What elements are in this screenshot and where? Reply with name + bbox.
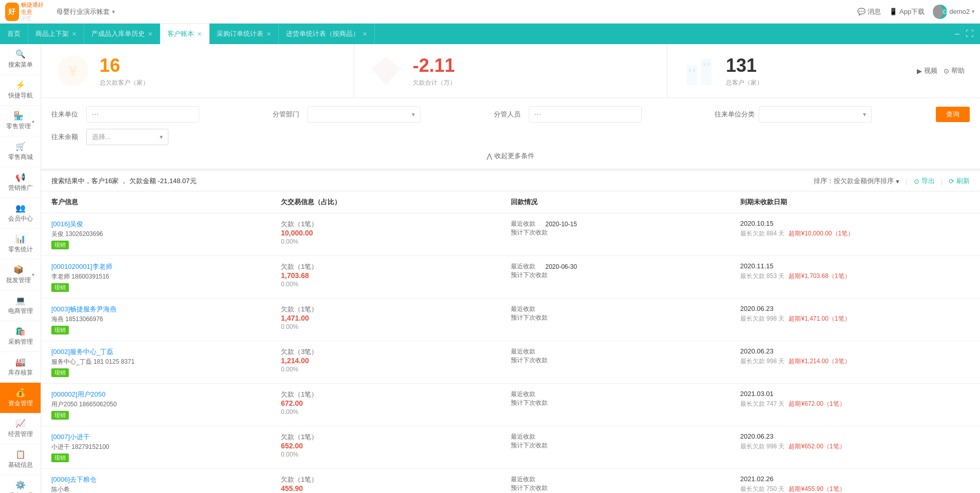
customer-phone-5: 小进干 18279152100	[51, 443, 281, 451]
sidebar-item-retail-stats[interactable]: 📊 零售统计	[0, 229, 41, 260]
overdue-link-4[interactable]: 超期¥672.00（1笔）	[789, 400, 845, 408]
tab-purchase-order[interactable]: 采购订单统计表 ✕	[209, 24, 279, 44]
overdue-link-1[interactable]: 超期¥1,703.68（1笔）	[789, 272, 850, 281]
sidebar-item-quick-nav[interactable]: ⚡ 快捷导航	[0, 75, 41, 106]
tab-minimize-btn[interactable]: –	[953, 27, 962, 41]
customer-info-1: [0001020001]李老师 李老师 18600391516 现销	[51, 262, 281, 292]
overdue-link-5[interactable]: 超期¥652.00（1笔）	[789, 442, 845, 451]
stat-icon-diamond	[370, 54, 402, 87]
customer-name-6[interactable]: [0006]去下粮仓	[51, 475, 281, 484]
customer-name-3[interactable]: [0002]服务中心_丁磊	[51, 347, 281, 357]
sidebar-item-basic-info[interactable]: 📋 基础信息	[0, 444, 41, 475]
store-name: 母婴行业演示账套	[56, 7, 110, 16]
sort-selector[interactable]: 排序：按欠款金额倒序排序 ▾	[814, 176, 899, 186]
table-row: [0001020001]李老师 李老师 18600391516 现销 欠款（1笔…	[41, 256, 980, 299]
sidebar-item-purchase[interactable]: 🛍️ 采购管理	[0, 321, 41, 352]
tab-purchase-stats[interactable]: 进货单统计表（按商品） ✕	[279, 24, 375, 44]
col-header-recovery: 回款情况	[511, 198, 740, 207]
tab-maximize-btn[interactable]: ⛶	[964, 27, 976, 41]
sidebar-item-ecommerce[interactable]: 💻 电商管理	[0, 290, 41, 321]
stats-row: ¥ 16 总欠款客户（家）	[41, 44, 980, 98]
debt-info-5: 欠款（1笔） 652.00 0.00%	[281, 432, 510, 458]
search-btn[interactable]: 查询	[936, 107, 970, 122]
balance-select[interactable]: 选择... ▾	[86, 129, 168, 145]
total-customer-label: 总客户（家）	[726, 78, 763, 87]
overdue-customer-label: 总欠款客户（家）	[100, 78, 149, 87]
svg-rect-3	[687, 65, 697, 85]
debt-count-2: 欠款（1笔）	[281, 305, 510, 314]
debt-count-4: 欠款（1笔）	[281, 390, 510, 399]
sidebar-item-retail-store[interactable]: 🛒 零售商城	[0, 136, 41, 167]
debt-amount-3: 1,214.00	[281, 357, 510, 365]
overdue-link-3[interactable]: 超期¥1,214.00（3笔）	[789, 357, 850, 366]
help-btn[interactable]: ⊙ 帮助	[944, 66, 965, 75]
debt-info-1: 欠款（1笔） 1,703.68 0.00%	[281, 262, 510, 288]
overdue-link-0[interactable]: 超期¥10,000.00（1笔）	[789, 229, 854, 238]
sidebar-item-retail-mgmt[interactable]: 🏪 零售管理 ▴	[0, 106, 41, 136]
overdue-link-2[interactable]: 超期¥1,471.00（1笔）	[789, 314, 850, 323]
stat-info-overdue: 16 总欠款客户（家）	[100, 55, 149, 87]
app-download-btn[interactable]: 📱 App下载	[889, 7, 925, 16]
sidebar-item-marketing[interactable]: 📢 营销推广	[0, 167, 41, 198]
sidebar-item-system[interactable]: ⚙️ 系统管理	[0, 475, 41, 493]
sidebar-item-business[interactable]: 📈 经营管理	[0, 413, 41, 444]
retail-mgmt-arrow: ▴	[32, 118, 34, 124]
quick-nav-icon: ⚡	[15, 80, 26, 90]
sidebar-item-finance[interactable]: 💰 资金管理	[0, 383, 41, 413]
sidebar-item-search[interactable]: 🔍 搜索菜单	[0, 44, 41, 75]
col-header-debt: 欠交易信息（占比）	[281, 198, 510, 207]
tab-close-purchase-stats[interactable]: ✕	[362, 31, 367, 37]
stat-overdue-customers: ¥ 16 总欠款客户（家）	[41, 44, 354, 97]
debt-amount-2: 1,471.00	[281, 314, 510, 322]
overdue-link-6[interactable]: 超期¥455.90（1笔）	[789, 485, 845, 493]
due-info-0: 2020.10.15 最长欠款 884 天 超期¥10,000.00（1笔）	[740, 220, 970, 238]
debt-info-4: 欠款（1笔） 672.00 0.00%	[281, 390, 510, 416]
balance-label: 往来余额	[51, 132, 82, 142]
sidebar-item-batch-mgmt[interactable]: 📦 批发管理 ▾	[0, 260, 41, 290]
dept-select[interactable]: ▾	[308, 106, 420, 123]
refresh-btn[interactable]: ⟳ 刷新	[949, 176, 970, 186]
retail-store-icon: 🛒	[15, 142, 26, 151]
result-info: 搜索结果中，客户16家 ， 欠款金额 -21,148.07元	[51, 176, 197, 186]
customer-name-0[interactable]: [0016]吴俊	[51, 220, 281, 229]
tab-customer-account[interactable]: 客户账本 ✕	[160, 24, 209, 44]
sidebar-item-member[interactable]: 👥 会员中心	[0, 198, 41, 229]
source-unit-input[interactable]: ···	[86, 106, 199, 123]
export-icon: ⊙	[914, 178, 919, 185]
tab-close-purchase-order[interactable]: ✕	[266, 31, 271, 37]
logo-text: 畅捷通好生意 示范	[21, 2, 46, 21]
customer-info-6: [0006]去下粮仓 陈小希 现销	[51, 475, 281, 493]
tab-product-history[interactable]: 产成品入库单历史 ✕	[84, 24, 160, 44]
stat-info-total: 131 总客户（家）	[726, 55, 763, 87]
debt-ratio-2: 0.00%	[281, 323, 510, 330]
table-row: [0003]畅捷服务尹海燕 海燕 18513066976 现销 欠款（1笔） 1…	[41, 299, 980, 341]
customer-name-4[interactable]: [000002]用户2050	[51, 390, 281, 399]
video-btn[interactable]: ▶ 视频	[917, 66, 937, 75]
batch-mgmt-icon: 📦	[13, 265, 24, 274]
customer-name-5[interactable]: [0007]小进干	[51, 432, 281, 442]
customer-name-2[interactable]: [0003]畅捷服务尹海燕	[51, 305, 281, 314]
tab-close-product-history[interactable]: ✕	[148, 31, 152, 37]
customer-info-0: [0016]吴俊 吴俊 13026203696 现销	[51, 220, 281, 249]
sidebar-item-inventory[interactable]: 🏭 库存核算	[0, 352, 41, 383]
customer-phone-0: 吴俊 13026203696	[51, 230, 281, 239]
store-dropdown-icon[interactable]: ▾	[112, 8, 115, 15]
message-btn[interactable]: 💬 消息	[857, 7, 881, 16]
due-info-4: 2021.03.01 最长欠款 747 天 超期¥672.00（1笔）	[740, 390, 970, 408]
tab-product-shelf[interactable]: 商品上下架 ✕	[28, 24, 84, 44]
person-input[interactable]: ···	[529, 106, 642, 123]
export-btn[interactable]: ⊙ 导出	[914, 176, 935, 186]
tab-close-product-shelf[interactable]: ✕	[72, 31, 76, 37]
svg-marker-2	[372, 56, 400, 85]
person-dots: ···	[534, 110, 541, 119]
tab-home[interactable]: 首页	[0, 24, 28, 44]
svg-rect-5	[689, 69, 691, 72]
store-selector-area[interactable]: 母婴行业演示账套 ▾	[46, 7, 857, 16]
user-profile-btn[interactable]: D demo2 ▾	[933, 5, 975, 19]
collapse-btn[interactable]: ⋀ 收起更多条件	[51, 151, 970, 161]
unit-category-select[interactable]: ▾	[759, 106, 872, 123]
logo-icon: 好	[5, 3, 19, 21]
tab-close-customer-account[interactable]: ✕	[197, 31, 202, 37]
person-label: 分管人员	[494, 110, 525, 119]
customer-name-1[interactable]: [0001020001]李老师	[51, 262, 281, 271]
